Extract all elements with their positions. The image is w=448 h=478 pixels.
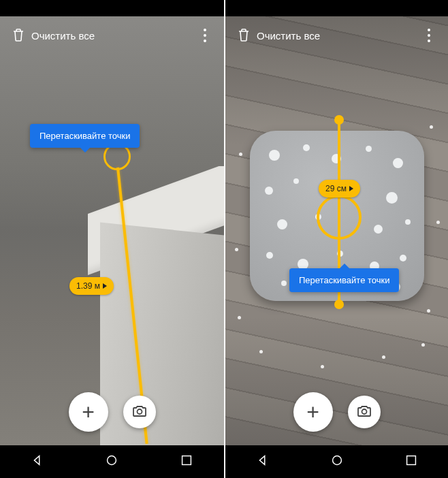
hint-tooltip: Перетаскивайте точки <box>289 268 399 292</box>
measurement-badge[interactable]: 1.39 м <box>69 277 114 295</box>
clear-all-label: Очистить все <box>257 30 320 42</box>
camera-icon <box>132 404 147 420</box>
overflow-menu-button[interactable] <box>191 22 219 49</box>
svg-point-0 <box>137 409 142 414</box>
add-point-button[interactable]: + <box>293 392 333 432</box>
status-bar <box>0 0 224 16</box>
measurement-badge[interactable]: 29 см <box>319 180 360 197</box>
nav-recent-icon[interactable] <box>404 453 419 471</box>
trash-icon <box>12 28 25 44</box>
kebab-menu-icon <box>204 29 206 42</box>
camera-viewport: Очистить все Перетаскивайте точки 1.39 м <box>0 16 224 445</box>
android-nav-bar <box>0 445 224 478</box>
measure-endpoint-bottom[interactable] <box>334 300 344 309</box>
clear-all-button[interactable]: Очистить все <box>5 22 101 49</box>
measure-reticle[interactable] <box>317 195 362 240</box>
nav-home-icon[interactable] <box>104 453 119 471</box>
svg-rect-2 <box>182 456 191 465</box>
capture-button[interactable] <box>123 396 156 428</box>
bottom-controls: + <box>225 392 448 432</box>
plus-icon: + <box>306 401 319 423</box>
status-bar <box>225 0 448 16</box>
nav-home-icon[interactable] <box>330 453 345 471</box>
chevron-right-icon <box>349 186 353 191</box>
overflow-menu-button[interactable] <box>415 22 443 49</box>
nav-back-icon[interactable] <box>255 453 270 471</box>
chevron-right-icon <box>103 283 107 289</box>
svg-point-3 <box>362 409 366 414</box>
plus-icon: + <box>82 401 95 423</box>
capture-button[interactable] <box>348 396 381 428</box>
add-point-button[interactable]: + <box>69 392 108 432</box>
svg-point-4 <box>332 456 341 465</box>
svg-point-1 <box>108 456 116 465</box>
hint-tooltip: Перетаскивайте точки <box>30 124 140 148</box>
clear-all-button[interactable]: Очистить все <box>231 22 327 49</box>
camera-icon <box>357 404 372 420</box>
measurement-value: 29 см <box>325 184 347 193</box>
screenshot-right: Очистить все 29 см Перетаскивайте точки <box>224 0 448 478</box>
camera-viewport: Очистить все 29 см Перетаскивайте точки <box>225 16 448 445</box>
nav-recent-icon[interactable] <box>179 453 194 471</box>
kebab-menu-icon <box>428 29 430 42</box>
android-nav-bar <box>225 445 448 478</box>
top-toolbar: Очистить все <box>225 16 448 54</box>
clear-all-label: Очистить все <box>31 30 95 42</box>
trash-icon <box>238 28 250 44</box>
measurement-value: 1.39 м <box>76 281 100 291</box>
top-toolbar: Очистить все <box>0 16 224 54</box>
screenshot-left: Очистить все Перетаскивайте точки 1.39 м <box>0 0 224 478</box>
nav-back-icon[interactable] <box>30 453 45 471</box>
bottom-controls: + <box>0 392 224 432</box>
svg-rect-5 <box>406 456 415 465</box>
